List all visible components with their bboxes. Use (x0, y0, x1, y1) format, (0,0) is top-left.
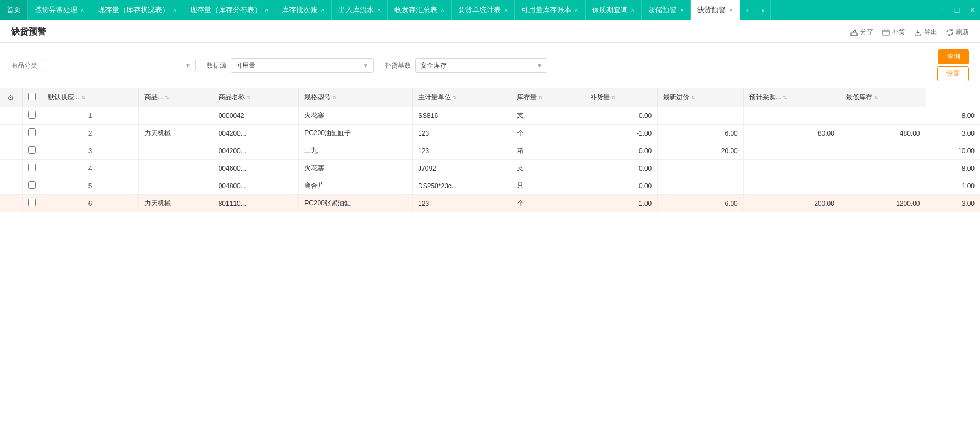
tab-close-shortage[interactable]: × (729, 7, 732, 13)
row-goods-name: 离合片 (299, 177, 413, 195)
tab-close-available-ledger[interactable]: × (575, 7, 578, 13)
tab-inout-flow[interactable]: 出入库流水 × (332, 0, 388, 20)
window-maximize-btn[interactable]: □ (949, 0, 965, 20)
tab-shortage[interactable]: 缺货预警 × (691, 0, 739, 20)
tab-stock-dist[interactable]: 现存量（库存分布表） × (183, 0, 275, 20)
sort-latest-price-icon[interactable]: ⇅ (691, 95, 695, 100)
tab-home[interactable]: 首页 (0, 0, 28, 20)
tab-close-batch[interactable]: × (321, 7, 324, 13)
row-latest-price (743, 107, 840, 125)
row-unit: 个 (511, 125, 584, 142)
replenish-base-filter-group: 补货基数 安全库存 ▼ (385, 58, 547, 73)
share-action[interactable]: 分享 (850, 27, 873, 37)
tab-close-stock-dist[interactable]: × (265, 7, 268, 13)
row-min-stock: 3.00 (926, 125, 980, 142)
th-checkbox (22, 88, 42, 107)
datasource-select[interactable]: 可用量 ▼ (231, 58, 374, 73)
th-latest-price: 最新进价 ⇅ (658, 88, 744, 107)
category-select[interactable]: ▼ (42, 60, 196, 71)
row-index: 3 (42, 142, 138, 160)
export-action[interactable]: 导出 (914, 27, 937, 37)
row-stock-qty: -1.00 (584, 195, 658, 212)
tab-demand-stat[interactable]: 要货单统计表 × (452, 0, 515, 20)
gear-settings-icon[interactable]: ⚙ (7, 93, 14, 102)
row-unit: 支 (511, 107, 584, 125)
tab-close-abnormal[interactable]: × (81, 7, 84, 13)
tab-receipt-summary[interactable]: 收发存汇总表 × (388, 0, 451, 20)
tab-bar: 首页 拣货异常处理 × 现存量（库存状况表） × 现存量（库存分布表） × 库存… (0, 0, 980, 20)
page-title: 缺货预警 (11, 26, 46, 38)
row-stock-qty: -1.00 (584, 125, 658, 142)
row-spec: 123 (413, 142, 511, 160)
tab-expiry[interactable]: 保质期查询 × (586, 0, 642, 20)
tab-batch[interactable]: 库存批次账 × (275, 0, 331, 20)
th-gear: ⚙ (0, 88, 22, 107)
sort-spec-icon[interactable]: ⇅ (332, 95, 337, 100)
tab-stock-status[interactable]: 现存量（库存状况表） × (91, 0, 183, 20)
row-checkbox[interactable] (28, 181, 36, 189)
row-gear-cell (0, 195, 22, 212)
setting-button[interactable]: 设置 (937, 66, 969, 81)
row-replenish-qty (658, 107, 744, 125)
tab-window-actions: − □ × (934, 0, 980, 20)
sort-est-purchase-icon[interactable]: ⇅ (783, 95, 787, 100)
row-index: 5 (42, 177, 138, 195)
replenish-base-select-value: 安全库存 (420, 61, 447, 70)
tab-abnormal[interactable]: 拣货异常处理 × (28, 0, 91, 20)
row-est-purchase (840, 177, 926, 195)
sort-replenish-qty-icon[interactable]: ⇅ (611, 95, 616, 100)
main-content: 缺货预警 分享 补货 导出 (0, 20, 980, 437)
th-replenish-qty: 补货量 ⇅ (584, 88, 658, 107)
sort-stock-qty-icon[interactable]: ⇅ (538, 95, 543, 100)
table-row: 4 004600... 火花塞 J7092 支 0.00 8.00 (0, 160, 980, 177)
tab-nav-prev[interactable]: ‹ (740, 0, 755, 20)
row-unit: 个 (511, 195, 584, 212)
row-checkbox[interactable] (28, 128, 36, 136)
row-unit: 只 (511, 177, 584, 195)
row-checkbox-cell (22, 107, 42, 125)
row-gear-cell (0, 107, 22, 125)
tab-close-overstock[interactable]: × (680, 7, 683, 13)
row-supplier: 力天机械 (138, 125, 213, 142)
tab-close-receipt-summary[interactable]: × (441, 7, 444, 13)
query-button[interactable]: 查询 (938, 49, 969, 64)
sort-goods-code-icon[interactable]: ⇅ (165, 95, 169, 100)
tab-close-demand-stat[interactable]: × (504, 7, 508, 13)
row-min-stock: 10.00 (926, 142, 980, 160)
table-header-row: ⚙ 默认供应... ⇅ 商品... ⇅ (0, 88, 980, 107)
tab-close-inout-flow[interactable]: × (377, 7, 381, 13)
sort-min-stock-icon[interactable]: ⇅ (874, 95, 878, 100)
row-goods-code: 004200... (213, 125, 299, 142)
row-stock-qty: 0.00 (584, 177, 658, 195)
row-gear-cell (0, 125, 22, 142)
row-min-stock: 3.00 (926, 195, 980, 212)
tab-overstock[interactable]: 超储预警 × (642, 0, 691, 20)
replenish-action[interactable]: 补货 (882, 27, 905, 37)
select-all-checkbox[interactable] (28, 93, 36, 100)
sort-supplier-icon[interactable]: ⇅ (81, 95, 86, 100)
row-replenish-qty (658, 177, 744, 195)
tab-close-stock-status[interactable]: × (172, 7, 176, 13)
window-close-btn[interactable]: × (965, 0, 980, 20)
tab-close-expiry[interactable]: × (631, 7, 634, 13)
tab-available-ledger[interactable]: 可用量库存账本 × (515, 0, 585, 20)
replenish-base-select[interactable]: 安全库存 ▼ (415, 58, 547, 73)
row-replenish-qty: 20.00 (658, 142, 744, 160)
row-est-purchase: 1200.00 (840, 195, 926, 212)
window-minimize-btn[interactable]: − (934, 0, 949, 20)
replenish-base-select-arrow: ▼ (537, 63, 542, 69)
sort-goods-name-icon[interactable]: ⇅ (247, 95, 251, 100)
row-checkbox[interactable] (28, 146, 36, 154)
row-gear-cell (0, 177, 22, 195)
tab-nav-next[interactable]: › (755, 0, 771, 20)
row-min-stock: 8.00 (926, 160, 980, 177)
row-checkbox[interactable] (28, 164, 36, 171)
row-checkbox[interactable] (28, 199, 36, 206)
refresh-action[interactable]: 刷新 (946, 27, 969, 37)
row-latest-price: 200.00 (743, 195, 840, 212)
filter-area: 商品分类 ▼ 数据源 可用量 ▼ 补货基数 安全库存 ▼ 查询 设置 (0, 43, 980, 88)
page-header: 缺货预警 分享 补货 导出 (0, 20, 980, 43)
row-checkbox[interactable] (28, 111, 36, 119)
sort-unit-icon[interactable]: ⇅ (453, 95, 457, 100)
datasource-select-value: 可用量 (236, 61, 255, 70)
